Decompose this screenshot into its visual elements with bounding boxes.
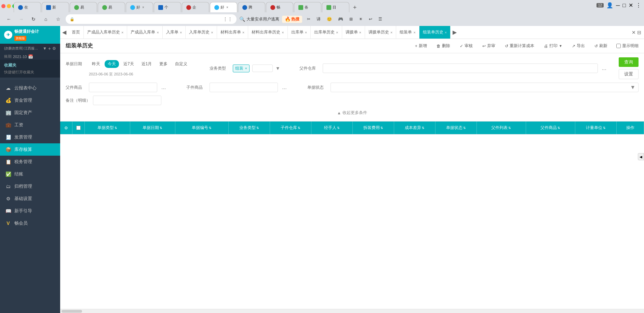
- print-dropdown-icon[interactable]: ▼: [559, 44, 562, 48]
- sidebar-item-payroll[interactable]: 💼 工资: [0, 119, 60, 131]
- emoji-btn[interactable]: 😊: [325, 16, 334, 22]
- refresh-btn[interactable]: ↺ 刷新: [591, 42, 611, 50]
- remove-assembly-tag-btn[interactable]: ×: [245, 66, 247, 70]
- th-unit[interactable]: 计量单位 ⇅: [575, 122, 617, 134]
- browser-settings-icon[interactable]: ⋮: [636, 2, 641, 9]
- tab-8[interactable]: 好 ×: [210, 2, 237, 12]
- tab-6[interactable]: 个: [154, 2, 181, 12]
- company-dropdown-icon[interactable]: ▼: [43, 46, 47, 51]
- sidebar-item-archive[interactable]: 🗂 归档管理: [0, 180, 60, 193]
- sidebar-item-fund[interactable]: 💰 资金管理: [0, 94, 60, 106]
- sidebar-item-fixed-assets[interactable]: 🏢 固定资产: [0, 106, 60, 119]
- th-handler[interactable]: 经手人 ⇅: [311, 122, 353, 134]
- approve-btn[interactable]: ✓ 审核: [456, 42, 476, 50]
- calendar-icon[interactable]: 📅: [28, 54, 33, 59]
- parent-warehouse-more-btn[interactable]: ...: [601, 65, 608, 71]
- tab-2[interactable]: 新: [42, 2, 69, 12]
- child-goods-input[interactable]: [210, 83, 278, 92]
- tab-5[interactable]: 好 ×: [126, 2, 153, 12]
- date-btn-1month[interactable]: 近1月: [138, 60, 155, 68]
- tab-11[interactable]: 各: [294, 2, 321, 12]
- content-tab-assembly[interactable]: 组装单 ×: [396, 26, 419, 39]
- profile-icon[interactable]: 👤: [606, 2, 613, 9]
- scissors-btn[interactable]: ✂: [305, 16, 312, 22]
- horizontal-scrollbar[interactable]: [60, 309, 644, 313]
- date-btn-today[interactable]: 今天: [105, 60, 119, 68]
- new-btn[interactable]: + 新增: [412, 42, 430, 50]
- add-company-icon[interactable]: +: [48, 46, 51, 51]
- content-tab-produce-in[interactable]: 产成品入库单 ×: [127, 26, 162, 39]
- sidebar-item-settlement[interactable]: ✅ 结账: [0, 168, 60, 180]
- th-disassemble-cost[interactable]: 拆装费用 ⇅: [353, 122, 394, 134]
- th-order-status[interactable]: 单据状态 ⇅: [435, 122, 477, 134]
- setting-button[interactable]: 设置: [619, 69, 639, 79]
- business-type-select[interactable]: [252, 65, 273, 72]
- th-order-date[interactable]: 单据日期 ⇅: [130, 122, 176, 134]
- game-btn[interactable]: 🎮: [336, 16, 345, 22]
- th-cost-diff[interactable]: 成本差异 ⇅: [394, 122, 435, 134]
- sidebar-item-inventory[interactable]: 📦 库存核算: [0, 143, 60, 156]
- query-button[interactable]: 查询: [619, 57, 639, 67]
- content-tab-transfer[interactable]: 调拨单 ×: [342, 26, 365, 39]
- content-tab-home[interactable]: 首页: [68, 26, 84, 39]
- th-parent-goods[interactable]: 父件商品 ⇅: [526, 122, 575, 134]
- date-btn-7days[interactable]: 近7天: [120, 60, 137, 68]
- display-detail-checkbox-label[interactable]: 显示明细: [616, 43, 639, 49]
- bookmark-btn[interactable]: ☆: [53, 14, 63, 24]
- window-minimize-icon[interactable]: ─: [616, 2, 620, 9]
- back-btn[interactable]: ←: [4, 14, 14, 24]
- tab-3[interactable]: 易: [70, 2, 97, 12]
- minimize-btn[interactable]: [7, 4, 11, 8]
- th-order-type[interactable]: 单据类型 ⇅: [85, 122, 130, 134]
- hot-search-area[interactable]: 🔥 热搜: [282, 16, 302, 23]
- print-btn[interactable]: 🖨 打印 ▼: [540, 42, 566, 50]
- address-box[interactable]: 🔒 https://cloud.chanjet.com/accounting/u…: [66, 14, 237, 24]
- child-goods-more-btn[interactable]: ...: [281, 84, 288, 90]
- content-tab-out[interactable]: 出库单 ×: [288, 26, 311, 39]
- collapse-filters-btn[interactable]: ▲ 收起更多条件: [66, 109, 639, 117]
- parent-goods-more-btn[interactable]: ...: [160, 84, 167, 90]
- note-input[interactable]: [93, 96, 161, 105]
- content-tab-material-out-history[interactable]: 材料出库单历史 ×: [248, 26, 287, 39]
- select-all-checkbox[interactable]: [76, 126, 81, 130]
- recalc-cost-btn[interactable]: ↺ 重新计算成本: [501, 42, 538, 50]
- date-btn-custom[interactable]: 自定义: [172, 60, 190, 68]
- content-tab-in-history[interactable]: 入库单历史 ×: [186, 26, 217, 39]
- sidebar-item-guide[interactable]: 📖 新手引导: [0, 205, 60, 217]
- home-btn[interactable]: ⌂: [41, 14, 51, 24]
- right-panel-toggle-btn[interactable]: ◀: [638, 153, 644, 160]
- delete-btn[interactable]: 🗑 删除: [433, 42, 454, 50]
- display-detail-checkbox[interactable]: [616, 44, 621, 48]
- parent-goods-input[interactable]: [89, 83, 157, 92]
- grid-btn[interactable]: ⊞: [347, 16, 355, 22]
- window-close-icon[interactable]: ✕: [629, 2, 633, 9]
- apps-icon[interactable]: ⋮⋮: [223, 16, 232, 22]
- tab-10[interactable]: 畅: [266, 2, 293, 12]
- content-tab-assembly-history[interactable]: 组装单历史 ×: [419, 26, 451, 39]
- favorites-title[interactable]: 收藏夹: [4, 62, 56, 68]
- tab-nav-left[interactable]: ◀: [60, 29, 68, 35]
- company-settings-icon[interactable]: ⚙: [52, 46, 56, 51]
- tab-nav-right[interactable]: ▶: [451, 29, 459, 35]
- tab-9[interactable]: 腾: [238, 2, 265, 12]
- tab-4[interactable]: 易: [98, 2, 125, 12]
- tab-12[interactable]: 目: [322, 2, 349, 12]
- tab-7[interactable]: 企: [182, 2, 209, 12]
- content-tab-produce-in-history[interactable]: 产成品入库单历史 ×: [84, 26, 127, 39]
- business-type-dropdown-icon[interactable]: ▼: [276, 66, 280, 71]
- sidebar-item-settings[interactable]: ⚙ 基础设置: [0, 193, 60, 205]
- th-business-type[interactable]: 业务类型 ⇅: [229, 122, 270, 134]
- brightness-btn[interactable]: ☀: [357, 16, 365, 22]
- url-input[interactable]: https://cloud.chanjet.com/accounting/uru…: [77, 14, 221, 24]
- content-tab-out-history[interactable]: 出库单历史 ×: [311, 26, 342, 39]
- export-btn[interactable]: ↗ 导出: [568, 42, 588, 50]
- forward-btn[interactable]: →: [16, 14, 26, 24]
- tab-extra-menu[interactable]: ⊟: [637, 30, 641, 35]
- scrollbar-thumb[interactable]: [62, 310, 82, 313]
- reload-btn[interactable]: ↻: [29, 14, 38, 24]
- th-parent-list[interactable]: 父件列表 ⇅: [477, 122, 526, 134]
- th-child-warehouse[interactable]: 子件仓库 ⇅: [270, 122, 311, 134]
- date-btn-yesterday[interactable]: 昨天: [89, 60, 103, 68]
- tab-1[interactable]: 在: [14, 2, 41, 12]
- sidebar-item-invoice[interactable]: 🧾 发票管理: [0, 131, 60, 143]
